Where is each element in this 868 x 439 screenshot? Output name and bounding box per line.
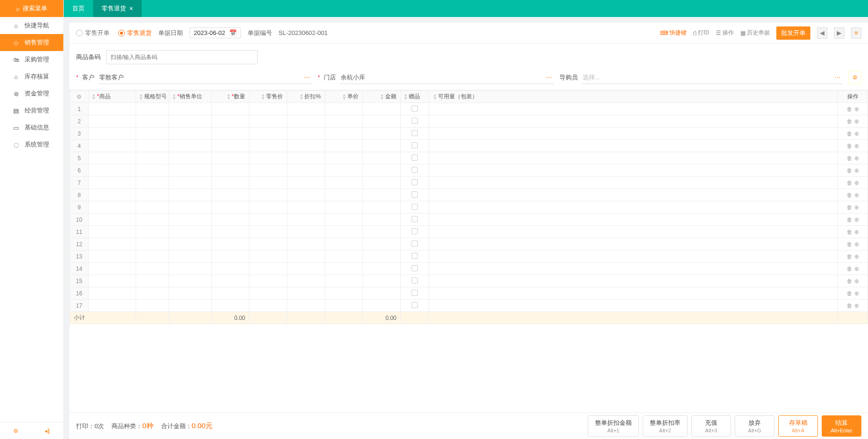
checkbox-icon[interactable] xyxy=(412,155,418,161)
cell[interactable] xyxy=(169,128,212,140)
cell[interactable] xyxy=(325,263,363,275)
menu-icon[interactable]: ≡ xyxy=(851,27,861,39)
table-settings-button[interactable]: ⚙ xyxy=(848,71,861,84)
cell[interactable] xyxy=(363,214,401,226)
cell[interactable] xyxy=(287,152,325,164)
cell[interactable] xyxy=(429,250,838,263)
cell[interactable] xyxy=(169,226,212,238)
add-icon[interactable]: ⊕ xyxy=(854,216,859,223)
cell[interactable] xyxy=(169,287,212,300)
cell[interactable] xyxy=(212,226,249,238)
delete-icon[interactable]: 🗑 xyxy=(847,192,852,198)
cell[interactable] xyxy=(136,115,169,128)
checkbox-icon[interactable] xyxy=(412,228,418,234)
col-header-5[interactable]: ▲▼零售价 xyxy=(249,91,287,103)
cell[interactable] xyxy=(212,250,249,263)
cell[interactable] xyxy=(169,115,212,128)
table-row[interactable]: 9🗑⊕ xyxy=(70,201,868,214)
add-icon[interactable]: ⊕ xyxy=(854,204,859,211)
add-icon[interactable]: ⊕ xyxy=(854,118,859,125)
cell[interactable] xyxy=(287,275,325,287)
table-row[interactable]: 1🗑⊕ xyxy=(70,103,868,115)
checkbox-icon[interactable] xyxy=(412,265,418,271)
search-menu-button[interactable]: ⌕ 搜索菜单 xyxy=(0,0,63,17)
checkbox-icon[interactable] xyxy=(412,216,418,222)
cell[interactable] xyxy=(89,201,136,214)
cell[interactable] xyxy=(136,140,169,152)
gift-cell[interactable] xyxy=(401,189,429,201)
gift-cell[interactable] xyxy=(401,103,429,115)
sidebar-item-4[interactable]: ⊚资金管理 xyxy=(0,85,63,102)
checkbox-icon[interactable] xyxy=(412,191,418,198)
delete-icon[interactable]: 🗑 xyxy=(847,106,852,112)
cell[interactable] xyxy=(136,128,169,140)
cell[interactable] xyxy=(89,250,136,263)
cell[interactable] xyxy=(363,250,401,263)
col-header-9[interactable]: ▲▼赠品 xyxy=(401,91,429,103)
cell[interactable] xyxy=(287,189,325,201)
cell[interactable] xyxy=(212,152,249,164)
delete-icon[interactable]: 🗑 xyxy=(847,278,852,284)
gift-cell[interactable] xyxy=(401,177,429,189)
cell[interactable] xyxy=(136,275,169,287)
table-row[interactable]: 5🗑⊕ xyxy=(70,152,868,164)
cell[interactable] xyxy=(363,226,401,238)
gift-cell[interactable] xyxy=(401,287,429,300)
cell[interactable] xyxy=(429,214,838,226)
gift-cell[interactable] xyxy=(401,140,429,152)
cell[interactable] xyxy=(249,201,287,214)
checkbox-icon[interactable] xyxy=(412,277,418,284)
delete-icon[interactable]: 🗑 xyxy=(847,266,852,272)
cell[interactable] xyxy=(325,152,363,164)
col-header-1[interactable]: ▲▼*商品 xyxy=(89,91,136,103)
cell[interactable] xyxy=(429,140,838,152)
sidebar-item-2[interactable]: 🛍采购管理 xyxy=(0,51,63,68)
date-picker[interactable]: 2023-06-02 📅 xyxy=(189,27,241,38)
cell[interactable] xyxy=(169,152,212,164)
cell[interactable] xyxy=(249,115,287,128)
gift-cell[interactable] xyxy=(401,214,429,226)
table-row[interactable]: 3🗑⊕ xyxy=(70,128,868,140)
sort-icon[interactable]: ▲▼ xyxy=(226,94,231,100)
gift-cell[interactable] xyxy=(401,275,429,287)
add-icon[interactable]: ⊕ xyxy=(854,266,859,272)
cell[interactable] xyxy=(429,177,838,189)
cell[interactable] xyxy=(325,201,363,214)
footer-button-3[interactable]: 放弃Alt+G xyxy=(735,415,774,437)
col-header-10[interactable]: ▲▼可用量（包装） xyxy=(429,91,838,103)
gift-cell[interactable] xyxy=(401,152,429,164)
cell[interactable] xyxy=(249,226,287,238)
checkbox-icon[interactable] xyxy=(412,241,418,247)
cell[interactable] xyxy=(89,128,136,140)
table-row[interactable]: 15🗑⊕ xyxy=(70,275,868,287)
sort-icon[interactable]: ▲▼ xyxy=(92,94,96,100)
cell[interactable] xyxy=(249,250,287,263)
cell[interactable] xyxy=(89,300,136,312)
cell[interactable] xyxy=(325,128,363,140)
checkbox-icon[interactable] xyxy=(412,167,418,173)
gift-cell[interactable] xyxy=(401,201,429,214)
cell[interactable] xyxy=(363,189,401,201)
cell[interactable] xyxy=(287,177,325,189)
add-icon[interactable]: ⊕ xyxy=(854,143,859,149)
cell[interactable] xyxy=(429,275,838,287)
table-row[interactable]: 13🗑⊕ xyxy=(70,250,868,263)
checkbox-icon[interactable] xyxy=(412,179,418,185)
cell[interactable] xyxy=(169,140,212,152)
table-row[interactable]: 17🗑⊕ xyxy=(70,300,868,312)
customer-picker[interactable]: 零散客户 ⋯ xyxy=(98,71,312,84)
add-icon[interactable]: ⊕ xyxy=(854,241,859,248)
sort-icon[interactable]: ▲▼ xyxy=(139,94,143,100)
gift-cell[interactable] xyxy=(401,263,429,275)
footer-button-0[interactable]: 整单折扣金额Alt+1 xyxy=(588,415,639,437)
cell[interactable] xyxy=(136,287,169,300)
sidebar-item-6[interactable]: ▭基础信息 xyxy=(0,119,63,136)
add-icon[interactable]: ⊕ xyxy=(854,253,859,260)
guide-picker[interactable]: 选择... ⋯ xyxy=(582,71,842,84)
cell[interactable] xyxy=(212,263,249,275)
checkbox-icon[interactable] xyxy=(412,118,418,124)
cell[interactable] xyxy=(212,300,249,312)
cell[interactable] xyxy=(136,226,169,238)
cell[interactable] xyxy=(287,140,325,152)
table-row[interactable]: 2🗑⊕ xyxy=(70,115,868,128)
